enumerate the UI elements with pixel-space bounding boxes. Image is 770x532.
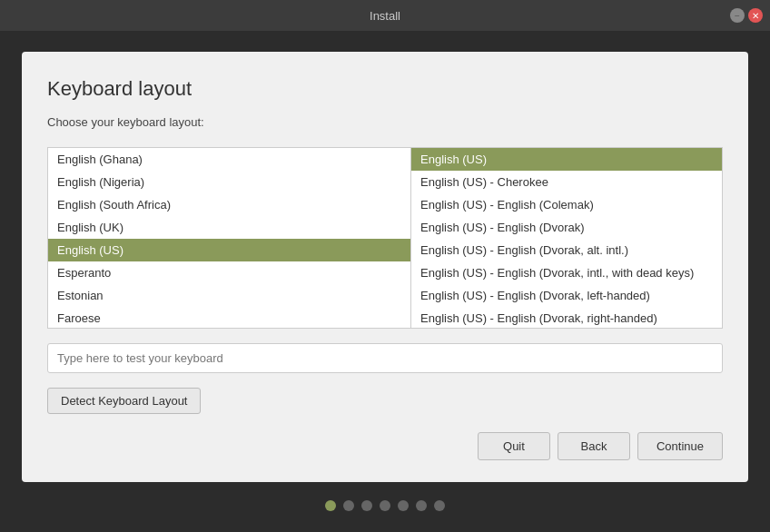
list-item[interactable]: English (US) - English (Dvorak, intl., w… (411, 261, 722, 284)
list-item[interactable]: Faroese (48, 307, 410, 328)
layout-lists-container: English (Ghana)English (Nigeria)English … (47, 147, 723, 329)
progress-dot-0 (325, 500, 336, 511)
list-item[interactable]: English (US) - Cherokee (411, 171, 722, 193)
dialog-title: Keyboard layout (47, 77, 723, 101)
list-item[interactable]: English (US) (48, 239, 410, 261)
install-window: Install − ✕ Keyboard layout Choose your … (0, 0, 770, 532)
keyboard-layout-dialog: Keyboard layout Choose your keyboard lay… (22, 52, 748, 482)
variant-list[interactable]: English (US)English (US) - CherokeeEngli… (411, 148, 722, 328)
dialog-area: Keyboard layout Choose your keyboard lay… (0, 31, 770, 532)
list-item[interactable]: English (UK) (48, 216, 410, 239)
list-item[interactable]: English (Ghana) (48, 148, 410, 171)
action-buttons: Quit Back Continue (47, 432, 723, 460)
window-title: Install (370, 9, 400, 23)
language-list[interactable]: English (Ghana)English (Nigeria)English … (48, 148, 411, 328)
back-button[interactable]: Back (558, 432, 630, 460)
titlebar: Install − ✕ (0, 0, 770, 31)
list-item[interactable]: English (US) (411, 148, 722, 171)
minimize-button[interactable]: − (730, 8, 745, 23)
detect-keyboard-button[interactable]: Detect Keyboard Layout (47, 388, 201, 414)
progress-dot-6 (434, 500, 445, 511)
progress-dot-2 (361, 500, 372, 511)
list-item[interactable]: Esperanto (48, 261, 410, 284)
list-item[interactable]: English (US) - English (Colemak) (411, 193, 722, 216)
progress-dot-4 (398, 500, 409, 511)
list-item[interactable]: English (US) - English (Dvorak, left-han… (411, 284, 722, 307)
continue-button[interactable]: Continue (637, 432, 723, 460)
progress-dot-5 (416, 500, 427, 511)
list-item[interactable]: English (US) - English (Dvorak, alt. int… (411, 239, 722, 261)
keyboard-test-input[interactable] (47, 343, 723, 373)
list-item[interactable]: English (South Africa) (48, 193, 410, 216)
titlebar-buttons: − ✕ (730, 8, 763, 23)
list-item[interactable]: English (Nigeria) (48, 171, 410, 193)
list-item[interactable]: English (US) - English (Dvorak) (411, 216, 722, 239)
close-button[interactable]: ✕ (748, 8, 763, 23)
progress-dot-3 (380, 500, 390, 511)
progress-dot-1 (343, 500, 354, 511)
quit-button[interactable]: Quit (478, 432, 550, 460)
progress-dots (325, 500, 445, 511)
list-item[interactable]: English (US) - English (Dvorak, right-ha… (411, 307, 722, 328)
choose-label: Choose your keyboard layout: (47, 115, 723, 129)
list-item[interactable]: Estonian (48, 284, 410, 307)
